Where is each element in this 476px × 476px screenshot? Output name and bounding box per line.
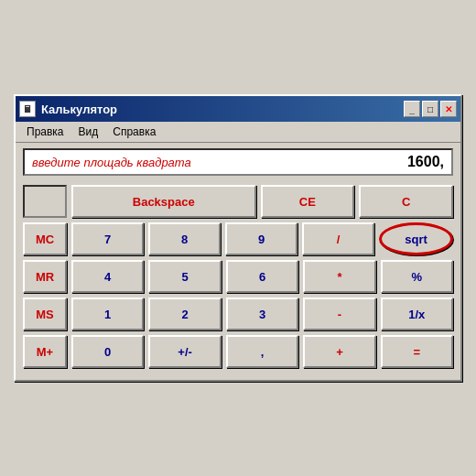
sqrt-button[interactable]: sqrt (379, 222, 453, 255)
n7-button[interactable]: 7 (71, 222, 144, 255)
n1-button[interactable]: 1 (71, 298, 144, 330)
row-5: M+ 0 +/- , + = (23, 335, 453, 368)
calc-body: Backspace CE C MC 7 8 9 / sqrt MR 4 5 6 … (16, 179, 460, 380)
n8-button[interactable]: 8 (148, 222, 221, 255)
row-4: MS 1 2 3 - 1/x (23, 298, 453, 330)
menubar: Правка Вид Справка (16, 122, 460, 143)
row-2: MC 7 8 9 / sqrt (23, 222, 453, 255)
display-box (23, 185, 67, 218)
pm-button[interactable]: +/- (148, 335, 221, 368)
maximize-button[interactable]: □ (422, 101, 438, 117)
row-backspace: Backspace CE C (23, 185, 453, 218)
backspace-button[interactable]: Backspace (71, 185, 256, 218)
inv-button[interactable]: 1/x (381, 298, 453, 330)
display-prompt: введите площадь квадрата (32, 156, 191, 169)
close-button[interactable]: ✕ (440, 101, 457, 117)
n5-button[interactable]: 5 (148, 260, 221, 293)
title-buttons: _ □ ✕ (404, 101, 457, 117)
n6-button[interactable]: 6 (226, 260, 298, 293)
mc-button[interactable]: MC (23, 222, 67, 255)
sub-button[interactable]: - (303, 298, 375, 330)
ms-button[interactable]: MS (23, 298, 67, 330)
add-button[interactable]: + (303, 335, 375, 368)
display-value: 1600, (389, 154, 444, 170)
menu-vid[interactable]: Вид (73, 124, 104, 140)
app-icon: 🖩 (19, 101, 36, 117)
eq-button[interactable]: = (381, 335, 453, 368)
calculator-window: 🖩 Калькулятор _ □ ✕ Правка Вид Справка в… (14, 94, 462, 382)
ce-button[interactable]: CE (261, 185, 355, 218)
c-button[interactable]: C (359, 185, 453, 218)
mul-button[interactable]: * (303, 260, 375, 293)
n2-button[interactable]: 2 (148, 298, 221, 330)
n3-button[interactable]: 3 (226, 298, 298, 330)
menu-pravka[interactable]: Правка (21, 124, 70, 140)
div-button[interactable]: / (302, 222, 374, 255)
menu-spravka[interactable]: Справка (107, 124, 161, 140)
pct-button[interactable]: % (381, 260, 453, 293)
dot-button[interactable]: , (226, 335, 298, 368)
mr-button[interactable]: MR (23, 260, 67, 293)
mplus-button[interactable]: M+ (23, 335, 67, 368)
n4-button[interactable]: 4 (71, 260, 144, 293)
row-3: MR 4 5 6 * % (23, 260, 453, 293)
minimize-button[interactable]: _ (404, 101, 420, 117)
title-bar: 🖩 Калькулятор _ □ ✕ (16, 96, 460, 122)
display-area: введите площадь квадрата 1600, (23, 148, 453, 176)
n9-button[interactable]: 9 (225, 222, 298, 255)
window-title: Калькулятор (41, 103, 398, 116)
n0-button[interactable]: 0 (71, 335, 144, 368)
